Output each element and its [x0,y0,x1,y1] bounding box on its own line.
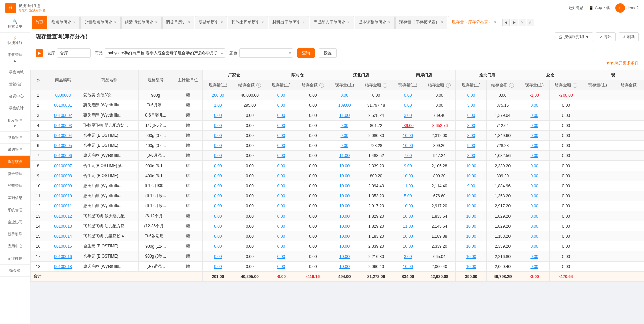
gear-icon[interactable]: ⚙ [36,78,40,83]
sidebar-item-quick-nav[interactable]: ⚡ 快捷导航 [0,33,30,49]
tab-close-stock-dist[interactable]: × [493,20,497,24]
export-btn[interactable]: ↗ 导出 [596,32,616,41]
tab-close-inventory-dist[interactable]: × [114,20,117,24]
avatar: E [615,3,625,13]
tab-assembly[interactable]: 组装拆卸单历史 × [121,16,162,29]
color-input[interactable] [239,48,293,58]
table-row: 5 00100004 合生元 (BIOSTIME) ... 900g (0-6.… [31,131,644,141]
sidebar-item-wholesale[interactable]: 批发管理 ▼ [0,114,30,132]
tab-close-cost-adjust[interactable]: × [388,20,391,24]
tab-nav-buttons: ◀ ▶ ✕ ⤢ [502,19,534,26]
tab-close-stock-status[interactable]: × [441,20,444,24]
tab-close-material-out[interactable]: × [302,20,305,24]
tab-prev-btn[interactable]: ◀ [502,19,510,26]
warehouse-input[interactable] [57,48,91,58]
tab-close-finished-in[interactable]: × [347,20,350,24]
logo-text: 畅捷通好生意 母婴行业演示陈套 [19,3,46,12]
th-product-name: 商品名称 [80,70,139,90]
th-extra-balance: 结存金额 [613,80,644,90]
tab-stock-status[interactable]: 现存量（库存状况表） × [395,16,448,29]
page-area: 现存量查询(库存分布) 🖨 按模板打印 ▼ ↗ 导出 ↺ 刷新 [30,29,644,324]
color-dropdown-icon[interactable]: ▼ [288,51,292,55]
tab-stock-dist[interactable]: 现存量（库存分布表） × [448,16,500,29]
sidebar-item-collab[interactable]: 企业协同 [0,216,30,228]
search-row: ▶ 仓库 商品 ··· 颜色 [36,48,639,58]
tab-close-other-out[interactable]: × [261,20,264,24]
tab-close-transfer[interactable]: × [187,20,191,24]
th-factory: 厂家仓 [203,70,266,80]
warehouse-label: 仓库 [47,50,55,56]
sidebar-item-member-center[interactable]: 会员中心 [0,90,30,102]
sidebar-item-retail-store[interactable]: 零售商城 [0,66,30,78]
tab-expand-btn[interactable]: ⤢ [527,19,534,26]
tab-close-all-btn[interactable]: ✕ [519,19,526,26]
table-row: 11 00100010 惠氏启醇 (Wyeth illu... (6-12月添.… [31,191,644,201]
th-extra: 现 [582,70,644,80]
tab-other-out[interactable]: 其他出库单历史 × [228,16,268,29]
messages-btn[interactable]: 💬 消息 [569,5,583,11]
th-unit: 主计量单位 [173,70,203,90]
tab-close-assembly[interactable]: × [155,20,158,24]
tab-finished-in[interactable]: 产成品入库单历史 × [310,16,354,29]
product-dots-icon[interactable]: ··· [219,50,223,56]
table-row: 17 00100016 合生元 (BIOSTIME) ... 900g (3岁.… [31,251,644,262]
yuebei-balance-info-icon[interactable]: i [509,83,514,88]
th-spec: 规格型号 [138,70,173,90]
th-jiangbei-balance: 结存金额 i [360,80,392,90]
tab-next-btn[interactable]: ▶ [511,19,518,26]
expand-more-btn[interactable]: ▼▼ 展开更多条件 [606,60,639,66]
sidebar-item-purchase[interactable]: 采购管理 [0,144,30,156]
tab-inventory-check[interactable]: 盘点单历史 × [48,16,80,29]
sidebar-item-finance[interactable]: 资金管理 [0,168,30,180]
app-download-btn[interactable]: 📱 App下载 [589,5,610,11]
th-jiangbei: 江北门店 [329,70,392,80]
sidebar-item-ecommerce[interactable]: 电商管理 [0,132,30,144]
sidebar-item-guide[interactable]: 新手引导 [0,228,30,240]
query-btn[interactable]: 查询 [297,48,315,58]
message-icon: 💬 [569,6,574,10]
tab-inventory-dist[interactable]: 分量盘点单历史 × [80,16,121,29]
tab-home[interactable]: 首页 [32,16,47,29]
refresh-icon: ↺ [622,35,626,39]
sidebar-item-corp-wechat[interactable]: 企业微信 [0,252,30,265]
th-chenfu: 陈村仓 [266,70,329,80]
table-row: 16 00100015 合生元 (BIOSTIME) ... 900g (12-… [31,241,644,251]
sidebar-item-search-hero[interactable]: 🔍 搜索英单 [0,16,30,33]
product-label: 商品 [95,50,103,56]
tab-cost-adjust[interactable]: 成本调整单历史 × [355,16,395,29]
total-balance-info-icon[interactable]: i [573,83,577,88]
sidebar-item-system[interactable]: 系统管理 [0,204,30,216]
print-btn[interactable]: 🖨 按模板打印 ▼ [555,32,593,41]
sidebar: 🔍 搜索英单 ⚡ 快捷导航 零售管理 ▲ 零售商城 营销推广 会员中心 零售统计… [0,16,30,324]
tab-order[interactable]: 要货单历史 × [195,16,227,29]
table-row: 4 00100003 飞鹤星飞帆 婴儿配方奶... 1段(0-6个... 罐 0… [31,121,644,131]
chevron-down-icon: ▲ [13,59,17,62]
table-row: 7 00100006 惠氏启醇 (Wyeth illu... (0-6月添...… [31,151,644,161]
sidebar-item-operations[interactable]: 经营管理 [0,180,30,192]
nanan-balance-info-icon[interactable]: i [446,83,451,88]
factory-balance-info-icon[interactable]: i [256,83,261,88]
tab-material-out[interactable]: 材料出库单历史 × [269,16,309,29]
th-nanan: 南岸门店 [392,70,456,80]
chenfu-balance-info-icon[interactable]: i [319,83,324,88]
sidebar-item-app-center[interactable]: 应用中心 [0,240,30,252]
sidebar-item-basic-info[interactable]: 基础信息 [0,192,30,204]
page-header: 现存量查询(库存分布) 🖨 按模板打印 ▼ ↗ 导出 ↺ 刷新 [30,29,644,45]
sidebar-item-members[interactable]: 畅会员 [0,265,30,277]
expand-toggle-btn[interactable]: ▶ [36,49,43,57]
table-footer-row: 合计 201.00 40,295.00 -8.00 -416.16 494.00… [31,272,644,282]
product-input[interactable] [105,48,225,58]
sidebar-item-marketing[interactable]: 营销推广 [0,78,30,90]
jiangbei-balance-info-icon[interactable]: i [383,83,387,88]
sidebar-item-retail-stats[interactable]: 零售统计 [0,102,30,114]
refresh-btn[interactable]: ↺ 刷新 [619,32,639,41]
table-row: 13 00100012 飞鹤星飞帆 较大婴儿配... (6-12个月... 罐 … [31,211,644,221]
user-menu[interactable]: E demo2 [615,3,639,13]
sidebar-item-inventory[interactable]: 库存核算 [0,156,30,168]
color-group: 颜色 ▼ [229,48,293,58]
tab-transfer[interactable]: 调拨单历史 × [162,16,195,29]
tab-close-inventory-check[interactable]: × [73,20,76,24]
tab-close-order[interactable]: × [220,20,223,24]
sidebar-item-retail-mgmt[interactable]: 零售管理 ▲ [0,49,30,66]
settings-btn[interactable]: 设置 [319,48,337,58]
